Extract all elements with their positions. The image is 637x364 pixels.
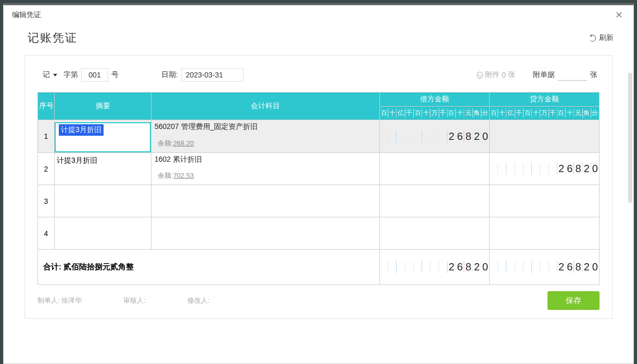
amount-digit: 8 xyxy=(464,131,473,142)
account-balance: 余额:702.53 xyxy=(158,171,194,180)
credit-amount[interactable]: 26820 xyxy=(490,153,600,185)
save-button[interactable]: 保存 xyxy=(547,291,600,310)
date-input[interactable] xyxy=(181,68,244,82)
paperclip-icon xyxy=(476,71,485,80)
digit-header: 千 xyxy=(515,109,524,118)
attachment-info[interactable]: 附件 0 张 xyxy=(477,70,515,80)
table-row[interactable]: 2计提3月折旧1602 累计折旧余额:702.5326820 xyxy=(38,153,600,185)
amount-digit: 8 xyxy=(574,261,582,273)
digit-header: 万 xyxy=(540,109,549,118)
credit-digit-headers: 百十亿千百十万千百十元角分 xyxy=(490,107,600,120)
digit-header: 千 xyxy=(549,109,557,118)
summary-cell[interactable]: 计提3月折旧 xyxy=(55,120,151,153)
amount-digit xyxy=(524,261,532,273)
amount-digit xyxy=(422,131,430,142)
word-type-select[interactable]: 记 xyxy=(40,69,60,81)
account-cell[interactable] xyxy=(151,185,380,217)
receipt-label: 附单据 xyxy=(533,70,555,80)
amount-digit: 6 xyxy=(566,261,574,273)
col-credit: 贷方金额 xyxy=(490,93,600,107)
close-icon[interactable]: ✕ xyxy=(613,9,625,21)
summary-text-selected[interactable]: 计提3月折旧 xyxy=(59,124,104,136)
amount-digit xyxy=(506,163,515,175)
digit-header: 百 xyxy=(448,109,456,118)
attach-count: 0 xyxy=(502,71,506,79)
sequence-input[interactable] xyxy=(81,68,108,82)
digit-header: 十 xyxy=(566,109,574,118)
debit-amount[interactable] xyxy=(380,217,490,250)
digit-header: 角 xyxy=(583,109,591,118)
table-row[interactable]: 4 xyxy=(38,217,600,250)
amount-digit: 0 xyxy=(481,131,489,142)
table-row[interactable]: 3 xyxy=(38,185,600,217)
amount-digit: 2 xyxy=(448,261,456,273)
total-label: 合计: xyxy=(43,262,61,271)
word-label-prefix: 字第 xyxy=(63,70,78,80)
receipt-input[interactable] xyxy=(558,69,587,81)
digit-header: 角 xyxy=(473,109,481,118)
account-cell[interactable] xyxy=(151,217,380,250)
digit-header: 百 xyxy=(524,109,532,118)
table-row[interactable]: 1计提3月折旧560207 管理费用_固定资产折旧余额:268.2026820 xyxy=(38,120,600,153)
summary-text xyxy=(55,219,151,222)
preparer-value: 徐泽华 xyxy=(61,296,82,304)
credit-amount[interactable] xyxy=(490,120,600,153)
amount-digit xyxy=(388,261,397,273)
amount-digit xyxy=(549,163,557,175)
col-idx: 序号 xyxy=(38,93,55,120)
col-summary: 摘要 xyxy=(55,93,151,120)
amount-digit xyxy=(414,261,422,273)
amount-digit: 2 xyxy=(557,261,566,273)
refresh-button[interactable]: 刷新 xyxy=(589,33,614,43)
amount-digit xyxy=(515,261,524,273)
digit-header: 亿 xyxy=(397,109,405,118)
attach-prefix: 附件 xyxy=(485,70,500,80)
digit-header: 百 xyxy=(380,109,388,118)
debit-amount[interactable]: 26820 xyxy=(380,120,490,153)
digit-header: 十 xyxy=(456,109,464,118)
row-index: 1 xyxy=(38,120,55,153)
amount-digit xyxy=(439,131,448,142)
summary-cell[interactable] xyxy=(55,217,151,250)
amount-digit xyxy=(422,261,430,273)
modal-header: 编辑凭证 ✕ xyxy=(4,5,633,28)
debit-amount[interactable] xyxy=(380,153,490,185)
debit-digit-headers: 百十亿千百十万千百十元角分 xyxy=(380,107,490,120)
digit-header: 元 xyxy=(464,109,473,118)
voucher-table: 序号 摘要 会计科目 借方金额 贷方金额 百十亿千百十万千百十元角分 百十亿千百… xyxy=(37,92,600,285)
amount-digit: 2 xyxy=(583,261,591,273)
amount-digit xyxy=(388,131,397,142)
amount-digit xyxy=(397,131,405,142)
amount-digit: 0 xyxy=(481,261,489,273)
voucher-meta-row: 记 字第 号 日期: 附件 0 张 附单据 张 xyxy=(37,68,600,92)
amount-digit xyxy=(540,163,549,175)
total-words: 贰佰陆拾捌元贰角整 xyxy=(63,262,134,271)
account-cell[interactable]: 560207 管理费用_固定资产折旧余额:268.20 xyxy=(151,120,380,153)
row-index: 2 xyxy=(38,153,55,185)
preparer-label: 制单人: xyxy=(37,296,60,304)
receipt-unit: 张 xyxy=(590,70,597,80)
summary-cell[interactable]: 计提3月折旧 xyxy=(55,153,151,185)
account-cell[interactable]: 1602 累计折旧余额:702.53 xyxy=(151,153,380,185)
credit-amount[interactable] xyxy=(490,217,600,250)
account-main: 1602 累计折旧 xyxy=(155,155,376,164)
digit-header: 十 xyxy=(532,109,540,118)
digit-header: 亿 xyxy=(506,109,515,118)
chevron-down-icon xyxy=(53,74,57,76)
amount-digit: 6 xyxy=(456,131,464,142)
amount-digit: 2 xyxy=(583,163,591,175)
digit-header: 十 xyxy=(498,109,506,118)
debit-amount[interactable] xyxy=(380,185,490,217)
digit-header: 百 xyxy=(557,109,566,118)
amount-digit xyxy=(397,261,405,273)
amount-digit xyxy=(380,131,388,142)
scrollbar[interactable] xyxy=(628,73,632,203)
amount-digit xyxy=(540,261,549,273)
digit-header: 百 xyxy=(414,109,422,118)
attach-suffix: 张 xyxy=(508,70,515,80)
credit-amount[interactable] xyxy=(490,185,600,217)
summary-cell[interactable] xyxy=(55,185,151,217)
total-debit: 26820 xyxy=(380,250,490,285)
amount-digit: 2 xyxy=(473,261,481,273)
amount-digit: 0 xyxy=(591,261,599,273)
